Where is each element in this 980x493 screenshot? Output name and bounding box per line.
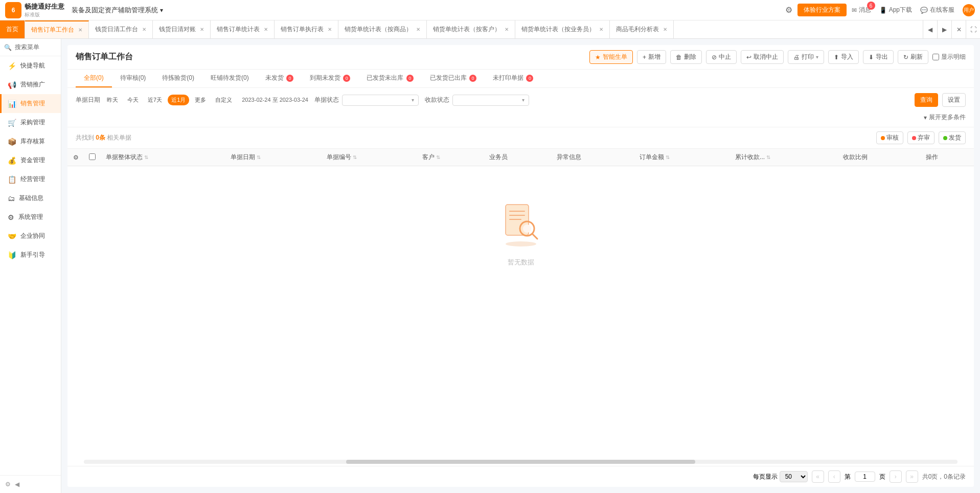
sidebar-item-operation[interactable]: 📋 经营管理 [0, 170, 61, 189]
subtab-not-shipped[interactable]: 未发货 0 [257, 70, 302, 87]
sidebar-search[interactable]: 🔍 搜索菜单 [0, 39, 61, 56]
sidebar: 🔍 搜索菜单 ⚡ 快捷导航 📢 营销推广 📊 销售管理 🛒 采购管理 📦 库存核… [0, 39, 61, 493]
query-button[interactable]: 查询 [915, 93, 938, 107]
col-amount[interactable]: 订单金额 ⇅ [634, 149, 730, 166]
sidebar-item-marketing[interactable]: 📢 营销推广 [0, 75, 61, 94]
subtab-shipped-not-out[interactable]: 已发货未出库 0 [358, 70, 421, 87]
tab-cash-daily[interactable]: 钱货日清工作台 ✕ [89, 20, 153, 39]
refresh-button[interactable]: ↻ 刷新 [898, 50, 928, 64]
tab-close-cash-reconcile[interactable]: ✕ [200, 27, 204, 32]
app-download-button[interactable]: 📱 App下载 [879, 6, 912, 14]
col-customer[interactable]: 客户 ⇅ [417, 149, 484, 166]
col-date[interactable]: 单据日期 ⇅ [225, 149, 321, 166]
horizontal-scrollbar[interactable] [84, 460, 958, 464]
tab-close-profit-analysis[interactable]: ✕ [663, 27, 667, 32]
subtab-expired[interactable]: 到期未发货 0 [302, 70, 358, 87]
audit-button[interactable]: 审核 [876, 131, 903, 144]
print-button[interactable]: 🖨 打印 ▾ [788, 50, 824, 64]
import-button[interactable]: ⬆ 导入 [828, 50, 859, 64]
tab-cash-reconcile[interactable]: 钱货日清对账 ✕ [153, 20, 211, 39]
expand-conditions-button[interactable]: ▾ 展开更多条件 [924, 113, 966, 122]
sidebar-item-basicinfo[interactable]: 🗂 基础信息 [0, 189, 61, 208]
tab-sales-stat-customer[interactable]: 销货单统计表（按客户） ✕ [427, 20, 515, 39]
stop-button[interactable]: ⊘ 中止 [706, 50, 737, 64]
sidebar-item-cooperation[interactable]: 🤝 企业协同 [0, 227, 61, 245]
sidebar-item-sales[interactable]: 📊 销售管理 [0, 94, 61, 113]
subtab-pending-inspect[interactable]: 待拣验货(0) [154, 70, 202, 87]
messages-button[interactable]: ✉ 消息 6 [852, 6, 871, 14]
col-status[interactable]: 单据整体状态 ⇅ [101, 149, 225, 166]
tab-prev-button[interactable]: ◀ [923, 20, 937, 39]
date-1month[interactable]: 近1月 [168, 95, 189, 105]
sidebar-item-quick-nav[interactable]: ⚡ 快捷导航 [0, 56, 61, 75]
sidebar-item-purchase[interactable]: 🛒 采购管理 [0, 113, 61, 132]
tab-close-sales-workbench[interactable]: ✕ [78, 27, 82, 33]
first-page-button[interactable]: « [812, 470, 824, 483]
sidebar-item-finance[interactable]: 💰 资金管理 [0, 151, 61, 170]
status-select[interactable]: ▾ [342, 95, 419, 106]
subtab-not-printed[interactable]: 未打印单据 0 [485, 70, 541, 87]
subtab-wangpu[interactable]: 旺铺待发货(0) [202, 70, 257, 87]
unaudit-button[interactable]: 弃审 [907, 131, 935, 144]
last-page-button[interactable]: » [906, 470, 918, 483]
tab-home[interactable]: 首页 [0, 20, 25, 39]
col-received[interactable]: 累计收款... ⇅ [730, 149, 838, 166]
plus-icon: + [643, 54, 646, 61]
settings-bottom-icon[interactable]: ⚙ [5, 481, 11, 488]
prev-page-button[interactable]: ‹ [828, 470, 840, 483]
page-size-dropdown[interactable]: 10 20 50 100 [780, 471, 808, 482]
date-today[interactable]: 今天 [124, 95, 142, 105]
export-button[interactable]: ⬇ 导出 [863, 50, 894, 64]
tab-nav-buttons: ◀ ▶ ✕ ⛶ [923, 20, 980, 39]
tab-close-sales-stat-staff[interactable]: ✕ [599, 27, 603, 32]
collapse-icon[interactable]: ◀ [15, 481, 19, 488]
subtab-pending[interactable]: 待审核(0) [112, 70, 154, 87]
online-service-button[interactable]: 💬 在线客服 [920, 6, 954, 14]
user-menu[interactable]: 用户 [963, 4, 975, 16]
select-all-checkbox[interactable] [89, 153, 96, 160]
title-dropdown-icon[interactable]: ▾ [160, 7, 163, 14]
logo-icon: 6 [5, 2, 21, 18]
tab-close-all-button[interactable]: ✕ [951, 20, 966, 39]
col-checkbox[interactable] [84, 149, 101, 166]
main-layout: 🔍 搜索菜单 ⚡ 快捷导航 📢 营销推广 📊 销售管理 🛒 采购管理 📦 库存核… [0, 39, 980, 493]
subtab-shipped-out[interactable]: 已发货已出库 0 [422, 70, 485, 87]
new-button[interactable]: + 新增 [637, 50, 666, 64]
tab-sales-stat[interactable]: 销售订单统计表 ✕ [211, 20, 275, 39]
tab-profit-analysis[interactable]: 商品毛利分析表 ✕ [610, 20, 674, 39]
sidebar-item-guide[interactable]: 🔰 新手引导 [0, 245, 61, 264]
date-custom[interactable]: 自定义 [212, 95, 236, 105]
setting-button[interactable]: 设置 [942, 93, 966, 107]
tab-close-cash-daily[interactable]: ✕ [142, 27, 146, 32]
date-7days[interactable]: 近7天 [144, 95, 166, 105]
tab-sales-exec[interactable]: 销售订单执行表 ✕ [275, 20, 338, 39]
cancel-stop-button[interactable]: ↩ 取消中止 [741, 50, 784, 64]
star-icon: ★ [595, 54, 601, 61]
subtab-all[interactable]: 全部(0) [76, 70, 112, 87]
date-more[interactable]: 更多 [191, 95, 210, 105]
tab-sales-workbench[interactable]: 销售订单工作台 ✕ [25, 20, 89, 39]
next-page-button[interactable]: › [890, 470, 902, 483]
experience-button[interactable]: 体验行业方案 [797, 4, 847, 16]
show-detail-checkbox[interactable] [932, 54, 939, 60]
sidebar-item-system[interactable]: ⚙ 系统管理 [0, 208, 61, 227]
sidebar-item-inventory[interactable]: 📦 库存核算 [0, 132, 61, 151]
delete-button[interactable]: 🗑 删除 [670, 50, 702, 64]
tab-sales-stat-staff[interactable]: 销货单统计表（按业务员） ✕ [515, 20, 610, 39]
tab-fullscreen-button[interactable]: ⛶ [966, 20, 980, 39]
smart-create-button[interactable]: ★ 智能生单 [589, 50, 633, 64]
tab-close-sales-exec[interactable]: ✕ [328, 27, 332, 32]
date-yesterday[interactable]: 昨天 [103, 95, 122, 105]
tab-next-button[interactable]: ▶ [937, 20, 951, 39]
gear-icon[interactable]: ⚙ [785, 5, 792, 15]
tab-close-sales-stat-product[interactable]: ✕ [416, 27, 420, 32]
col-number[interactable]: 单据编号 ⇅ [322, 149, 417, 166]
col-settings[interactable]: ⚙ [67, 149, 84, 166]
tab-close-sales-stat-customer[interactable]: ✕ [505, 27, 509, 32]
tab-sales-stat-product[interactable]: 销货单统计表（按商品） ✕ [338, 20, 427, 39]
tab-close-sales-stat[interactable]: ✕ [264, 27, 268, 32]
ship-button[interactable]: 发货 [939, 131, 966, 144]
page-input[interactable] [855, 472, 875, 482]
payment-select[interactable]: ▾ [452, 95, 529, 106]
print-dropdown-icon[interactable]: ▾ [816, 54, 818, 60]
